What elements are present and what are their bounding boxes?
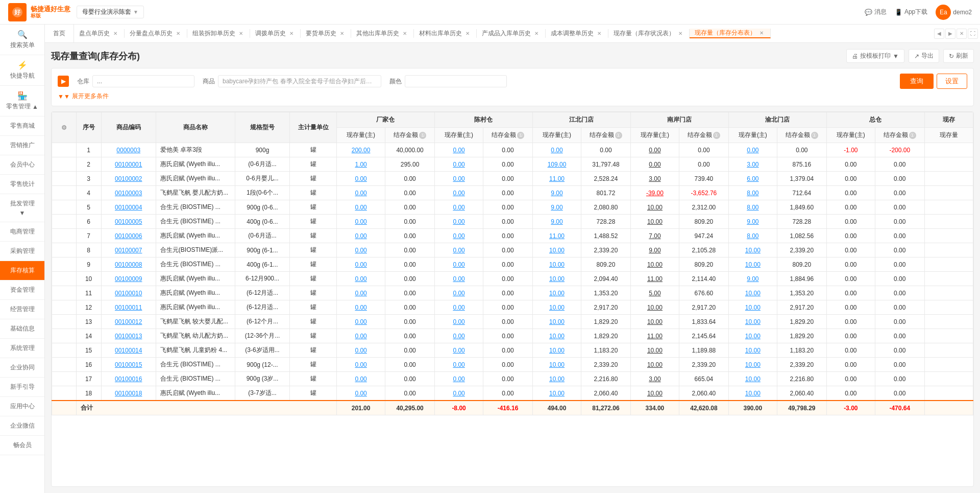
tab-home[interactable]: 首页 xyxy=(45,25,74,42)
settings-icon[interactable]: ⚙ xyxy=(59,123,69,133)
tab-close-requisition[interactable]: ✕ xyxy=(338,30,346,37)
top-bar: 好 畅捷通好生意 标版 母婴行业演示陈套 ▼ 💬 消息 📱 App下载 Ea d… xyxy=(0,0,980,25)
tab-close-transfer[interactable]: ✕ xyxy=(288,30,295,37)
user-profile[interactable]: Ea demo2 xyxy=(936,5,972,20)
sidebar-item-marketing[interactable]: 营销推广 xyxy=(0,136,44,155)
info-icon-2[interactable]: ① xyxy=(517,132,524,139)
sidebar-item-wholesale[interactable]: 批发管理 ▼ xyxy=(0,194,44,222)
tab-material-out[interactable]: 材料出库单历史 ✕ xyxy=(414,29,477,38)
tab-cost-adjust[interactable]: 成本调整单历史 ✕ xyxy=(546,29,608,38)
th-na-qty: 现存量(主) xyxy=(630,128,679,143)
cell-current xyxy=(924,386,973,401)
cell-no: 3 xyxy=(76,172,101,186)
sidebar-item-ops[interactable]: 经营管理 xyxy=(0,300,44,319)
tab-close-stock-status[interactable]: ✕ xyxy=(677,30,684,37)
tab-inventory-check[interactable]: 盘点单历史 ✕ xyxy=(74,29,125,38)
sidebar-item-ecom[interactable]: 电商管理 xyxy=(0,222,44,242)
sidebar-item-finance[interactable]: 资金管理 xyxy=(0,280,44,300)
info-icon-3[interactable]: ① xyxy=(615,132,622,139)
info-icon-5[interactable]: ① xyxy=(811,132,818,139)
info-icon-6[interactable]: ① xyxy=(909,132,916,139)
cell-c-qty: 0.00 xyxy=(434,343,483,358)
cell-jb-qty: 0.00 xyxy=(532,143,581,157)
sidebar-item-retail[interactable]: 🏪 零售管理 ▲ xyxy=(0,86,44,116)
th-yb-qty: 现存量(主) xyxy=(728,128,777,143)
message-btn[interactable]: 💬 消息 xyxy=(865,8,887,16)
sidebar-item-basic[interactable]: 基础信息 xyxy=(0,319,44,339)
cell-yb-qty: 10.00 xyxy=(728,286,777,300)
info-icon-1[interactable]: ① xyxy=(419,132,426,139)
sidebar-item-shortcut[interactable]: ⚡ 快捷导航 xyxy=(0,55,44,86)
filter-expand-arrow-btn[interactable]: ▶ xyxy=(58,76,69,87)
print-btn[interactable]: 🖨 按模板打印 ▼ xyxy=(846,49,904,63)
tab-next-btn[interactable]: ▶ xyxy=(945,29,955,39)
sidebar-item-guide[interactable]: 新手引导 xyxy=(0,378,44,397)
tab-requisition[interactable]: 要货单历史 ✕ xyxy=(301,29,351,38)
th-settings[interactable]: ⚙ xyxy=(52,112,77,143)
setting-btn[interactable]: 设置 xyxy=(937,74,967,89)
cell-spec: (12-36个月... xyxy=(235,329,289,343)
tab-product-in[interactable]: 产成品入库单历史 ✕ xyxy=(477,29,546,38)
tab-fullscreen-btn[interactable]: ⛶ xyxy=(968,29,978,39)
filter-expand-more[interactable]: ▼▼ 展开更多条件 xyxy=(58,92,967,101)
tab-assemble[interactable]: 组装拆卸单历史 ✕ xyxy=(187,29,250,38)
sidebar-item-search[interactable]: 🔍 搜索英单 xyxy=(0,25,44,55)
cell-na-amt: 2,339.20 xyxy=(679,358,729,372)
warehouse-input[interactable] xyxy=(92,75,194,87)
cell-name: 惠氏启赋 (Wyeth illu... xyxy=(156,157,235,172)
sidebar-item-weixin[interactable]: 企业微信 xyxy=(0,416,44,436)
cell-f-amt: 0.00 xyxy=(385,372,435,386)
export-btn[interactable]: ↗ 导出 xyxy=(909,49,939,63)
sidebar-item-vip[interactable]: 畅会员 xyxy=(0,436,44,455)
app-download-btn[interactable]: 📱 App下载 xyxy=(895,8,927,16)
info-icon-4[interactable]: ① xyxy=(713,132,720,139)
cell-spec: 1段(0-6个... xyxy=(235,186,289,200)
cell-na-amt: 676.60 xyxy=(679,286,729,300)
tab-close-material-out[interactable]: ✕ xyxy=(464,30,471,37)
cell-current xyxy=(924,315,973,329)
query-btn[interactable]: 查询 xyxy=(900,74,934,89)
cell-code: 00100016 xyxy=(101,372,156,386)
sidebar-item-purchase[interactable]: 采购管理 xyxy=(0,242,44,261)
sidebar-item-inventory[interactable]: 库存核算 xyxy=(0,261,44,280)
cell-spec: (6-12月适... xyxy=(235,300,289,315)
sidebar-item-system[interactable]: 系统管理 xyxy=(0,339,44,358)
goods-input[interactable] xyxy=(218,75,381,87)
cell-unit: 罐 xyxy=(290,200,337,215)
tab-close-stock-dist[interactable]: ✕ xyxy=(758,30,765,37)
table-row: 4 00100003 飞鹤星飞帆 婴儿配方奶... 1段(0-6个... 罐 0… xyxy=(52,186,973,200)
cell-total-amt: 0.00 xyxy=(875,329,925,343)
tab-close-cost-adjust[interactable]: ✕ xyxy=(596,30,603,37)
sidebar-item-appstore[interactable]: 应用中心 xyxy=(0,397,44,416)
tab-close-other-out[interactable]: ✕ xyxy=(401,30,408,37)
th-no: 序号 xyxy=(76,112,101,143)
tab-other-out[interactable]: 其他出库单历史 ✕ xyxy=(351,29,414,38)
tab-close-inventory-check[interactable]: ✕ xyxy=(112,30,119,37)
tab-close-branch-check[interactable]: ✕ xyxy=(175,30,182,37)
cell-unit: 罐 xyxy=(290,143,337,157)
cell-jb-amt: 728.28 xyxy=(581,215,631,229)
tab-close-all-btn[interactable]: ✕ xyxy=(957,29,967,39)
tab-branch-check[interactable]: 分量盘点单历史 ✕ xyxy=(125,29,187,38)
company-dropdown[interactable]: 母婴行业演示陈套 ▼ xyxy=(77,6,144,18)
color-input[interactable] xyxy=(405,75,507,87)
sidebar-item-enterprise[interactable]: 企业协同 xyxy=(0,358,44,378)
tab-prev-btn[interactable]: ◀ xyxy=(934,29,944,39)
cell-f-qty: 0.00 xyxy=(336,315,385,329)
cell-total-qty: 0.00 xyxy=(826,372,875,386)
table-container[interactable]: ⚙ 序号 商品编码 商品名称 规格型号 主计量单位 厂家仓 陈村仓 江北门店 南… xyxy=(51,111,974,487)
cell-c-amt: 0.00 xyxy=(483,172,533,186)
cell-c-amt: 0.00 xyxy=(483,343,533,358)
tab-stock-status[interactable]: 现存量（库存状况表） ✕ xyxy=(608,29,690,38)
tab-transfer[interactable]: 调拨单历史 ✕ xyxy=(250,29,301,38)
tab-close-product-in[interactable]: ✕ xyxy=(533,30,540,37)
tab-stock-dist[interactable]: 现存量（库存分布表） ✕ xyxy=(690,29,771,38)
sidebar-item-member[interactable]: 会员中心 xyxy=(0,155,44,175)
cell-na-qty: 10.00 xyxy=(630,343,679,358)
refresh-btn[interactable]: ↻ 刷新 xyxy=(943,49,974,63)
top-right-actions: 💬 消息 📱 App下载 Ea demo2 xyxy=(865,5,972,20)
cell-empty xyxy=(52,358,77,372)
sidebar-item-retail-store[interactable]: 零售商城 xyxy=(0,116,44,136)
tab-close-assemble[interactable]: ✕ xyxy=(237,30,244,37)
sidebar-item-retail-stats[interactable]: 零售统计 xyxy=(0,175,44,194)
